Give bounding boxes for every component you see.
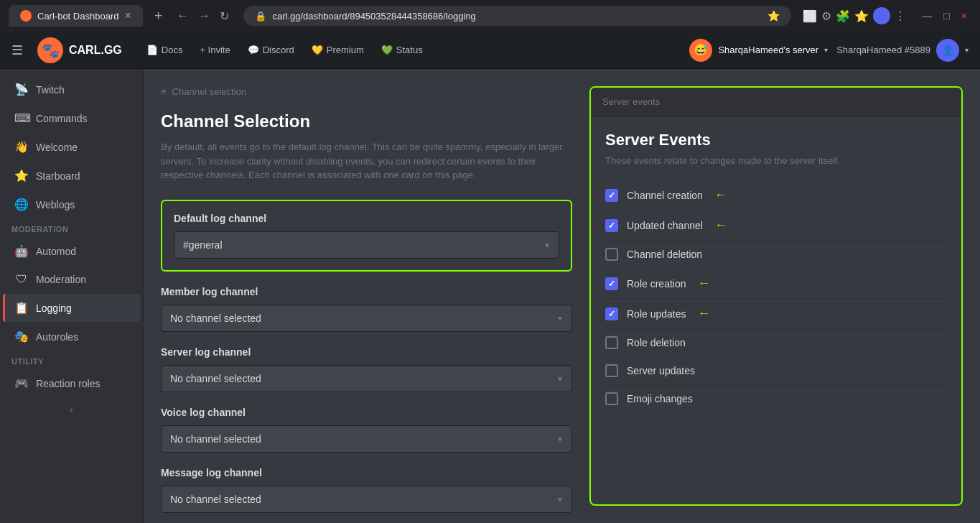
event-server-updates-label: Server updates bbox=[627, 365, 695, 376]
event-server-updates: Server updates bbox=[605, 357, 947, 385]
sidebar-item-welcome[interactable]: 👋 Welcome bbox=[3, 133, 140, 161]
moderation-section-label: MODERATION bbox=[0, 219, 143, 236]
default-log-label: Default log channel bbox=[174, 213, 559, 224]
sidebar-collapse-button[interactable]: ‹ bbox=[0, 398, 143, 421]
nav-discord[interactable]: 💬 Discord bbox=[241, 40, 302, 60]
panel-header: ≡ Channel selection bbox=[161, 86, 572, 97]
checkbox-channel-deletion[interactable] bbox=[605, 248, 618, 261]
event-updated-channel: Updated channel ← bbox=[605, 210, 947, 241]
checkbox-role-deletion[interactable] bbox=[605, 336, 618, 349]
checkbox-channel-creation[interactable] bbox=[605, 189, 618, 202]
event-role-updates: Role updates ← bbox=[605, 299, 947, 329]
events-list: Channel creation ← Updated channel ← Cha… bbox=[605, 180, 947, 412]
voice-log-select[interactable]: No channel selected bbox=[161, 425, 572, 453]
user-info[interactable]: SharqaHameed #5889 👤 ▾ bbox=[836, 39, 969, 62]
nav-links: 📄 Docs + Invite 💬 Discord 💛 Premium 💚 St… bbox=[139, 40, 430, 60]
nav-status[interactable]: 💚 Status bbox=[374, 40, 430, 60]
main-content: 📡 Twitch ⌨ Commands 👋 Welcome ⭐ Starboar… bbox=[0, 69, 980, 523]
sidebar-item-reaction-roles-label: Reaction roles bbox=[36, 378, 101, 389]
logo[interactable]: 🐾 CARL.GG bbox=[37, 37, 122, 63]
sidebar-item-commands-label: Commands bbox=[36, 113, 88, 124]
server-log-select-wrapper: No channel selected bbox=[161, 365, 572, 392]
checkbox-role-updates[interactable] bbox=[605, 307, 618, 320]
sidebar: 📡 Twitch ⌨ Commands 👋 Welcome ⭐ Starboar… bbox=[0, 69, 144, 523]
voice-log-label: Voice log channel bbox=[161, 407, 572, 418]
arrow-channel-creation: ← bbox=[714, 188, 727, 203]
server-dropdown-arrow: ▾ bbox=[824, 46, 828, 54]
message-log-select[interactable]: No channel selected bbox=[161, 486, 572, 513]
server-log-label: Server log channel bbox=[161, 346, 572, 358]
channel-selection-desc: By default, all events go to the default… bbox=[161, 140, 572, 182]
sidebar-item-autoroles-label: Autoroles bbox=[36, 331, 78, 343]
sidebar-item-welcome-label: Welcome bbox=[36, 142, 78, 153]
sidebar-item-weblogs[interactable]: 🌐 Weblogs bbox=[3, 190, 140, 218]
nav-premium[interactable]: 💛 Premium bbox=[304, 40, 371, 60]
app-container: ☰ 🐾 CARL.GG 📄 Docs + Invite 💬 Discord 💛 … bbox=[0, 32, 980, 523]
autoroles-icon: 🎭 bbox=[14, 330, 29, 343]
event-channel-deletion: Channel deletion bbox=[605, 241, 947, 269]
event-role-creation-label: Role creation bbox=[627, 278, 686, 290]
sidebar-item-moderation[interactable]: 🛡 Moderation bbox=[3, 266, 140, 293]
reaction-roles-icon: 🎮 bbox=[14, 376, 29, 390]
member-log-label: Member log channel bbox=[161, 286, 572, 297]
event-updated-channel-label: Updated channel bbox=[627, 220, 703, 231]
logo-text: CARL.GG bbox=[69, 44, 122, 57]
browser-actions: ⬜ ⚙ 🧩 ⭐ ⋮ bbox=[803, 7, 906, 24]
tab-close-button[interactable]: × bbox=[124, 9, 131, 22]
default-log-select[interactable]: #general bbox=[174, 231, 559, 259]
sidebar-item-commands[interactable]: ⌨ Commands bbox=[3, 104, 140, 132]
sidebar-item-autoroles[interactable]: 🎭 Autoroles bbox=[3, 323, 140, 351]
new-tab-button[interactable]: + bbox=[149, 5, 169, 27]
server-selector[interactable]: 😅 SharqaHameed's server ▾ bbox=[689, 39, 828, 62]
close-window-button[interactable]: × bbox=[957, 9, 971, 23]
nav-docs[interactable]: 📄 Docs bbox=[139, 40, 190, 60]
checkbox-role-creation[interactable] bbox=[605, 277, 618, 290]
back-button[interactable]: ← bbox=[174, 6, 191, 25]
event-role-deletion: Role deletion bbox=[605, 329, 947, 357]
sidebar-item-starboard[interactable]: ⭐ Starboard bbox=[3, 162, 140, 190]
navbar: ☰ 🐾 CARL.GG 📄 Docs + Invite 💬 Discord 💛 … bbox=[0, 32, 980, 69]
logging-icon: 📋 bbox=[14, 301, 29, 315]
event-emoji-changes: Emoji changes bbox=[605, 385, 947, 412]
arrow-role-updates: ← bbox=[698, 306, 711, 321]
event-channel-creation: Channel creation ← bbox=[605, 180, 947, 210]
sidebar-item-twitch[interactable]: 📡 Twitch bbox=[3, 75, 140, 103]
url-text: carl.gg/dashboard/894503528444358686/log… bbox=[272, 11, 762, 22]
default-log-section: Default log channel #general bbox=[161, 200, 572, 272]
sidebar-item-starboard-label: Starboard bbox=[36, 170, 80, 182]
refresh-button[interactable]: ↻ bbox=[217, 6, 232, 26]
server-avatar: 😅 bbox=[689, 39, 712, 62]
sidebar-item-automod[interactable]: 🤖 Automod bbox=[3, 237, 140, 265]
left-panel: ≡ Channel selection Channel Selection By… bbox=[161, 86, 572, 506]
welcome-icon: 👋 bbox=[14, 140, 29, 154]
message-log-select-wrapper: No channel selected bbox=[161, 486, 572, 513]
starboard-icon: ⭐ bbox=[14, 169, 29, 182]
server-log-select[interactable]: No channel selected bbox=[161, 365, 572, 392]
sidebar-item-reaction-roles[interactable]: 🎮 Reaction roles bbox=[3, 369, 140, 397]
tab-favicon bbox=[20, 10, 32, 22]
checkbox-emoji-changes[interactable] bbox=[605, 392, 618, 405]
checkbox-updated-channel[interactable] bbox=[605, 219, 618, 232]
member-log-section: Member log channel No channel selected bbox=[161, 286, 572, 332]
hamburger-menu[interactable]: ☰ bbox=[11, 42, 23, 58]
address-bar[interactable]: 🔒 carl.gg/dashboard/894503528444358686/l… bbox=[243, 6, 791, 26]
user-avatar: 👤 bbox=[936, 39, 959, 62]
maximize-button[interactable]: □ bbox=[939, 9, 953, 23]
member-log-select[interactable]: No channel selected bbox=[161, 305, 572, 332]
minimize-button[interactable]: — bbox=[918, 9, 936, 23]
panel-header-icon: ≡ bbox=[161, 86, 167, 97]
sidebar-item-automod-label: Automod bbox=[36, 246, 76, 257]
navbar-right: 😅 SharqaHameed's server ▾ SharqaHameed #… bbox=[689, 39, 969, 62]
utility-section-label: UTILITY bbox=[0, 351, 143, 369]
member-log-select-wrapper: No channel selected bbox=[161, 305, 572, 332]
browser-tab[interactable]: Carl-bot Dashboard × bbox=[9, 5, 143, 27]
sidebar-item-logging[interactable]: 📋 Logging bbox=[3, 294, 140, 322]
checkbox-server-updates[interactable] bbox=[605, 364, 618, 377]
server-events-desc: These events relate to changes made to t… bbox=[605, 155, 947, 166]
nav-invite[interactable]: + Invite bbox=[192, 40, 237, 60]
right-panel-header: Server events bbox=[591, 88, 961, 116]
sidebar-item-twitch-label: Twitch bbox=[36, 84, 65, 96]
channel-selection-title: Channel Selection bbox=[161, 111, 572, 131]
forward-button[interactable]: → bbox=[195, 6, 213, 25]
server-events-header-label: Server events bbox=[602, 96, 660, 107]
